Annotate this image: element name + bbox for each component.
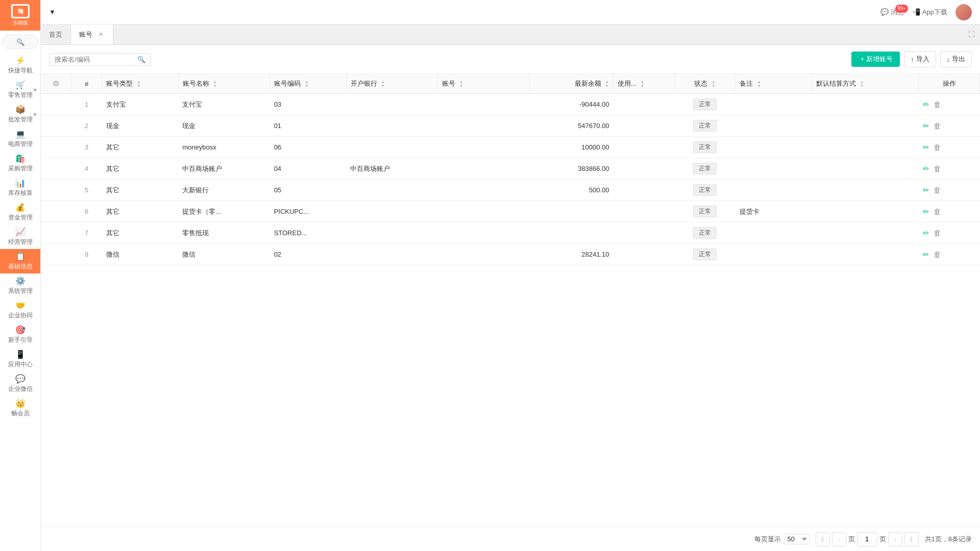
tab-home[interactable]: 首页 <box>41 24 71 44</box>
delete-button[interactable]: 🗑 <box>934 250 941 259</box>
th-code[interactable]: 账号编码 ▲▼ <box>270 74 347 94</box>
delete-button[interactable]: 🗑 <box>934 229 941 237</box>
row-code: 06 <box>270 137 347 158</box>
sidebar-item-label: 零售管理 <box>8 91 33 99</box>
table-row: 2 现金 现金 01 547670.00 正常 ✏ 🗑 <box>41 115 980 137</box>
toolbar: 🔍 + 新增账号 ↑ 导入 ↓ 导出 <box>41 45 980 74</box>
message-badge: 99+ <box>895 5 908 13</box>
sidebar-item-label: 系统管理 <box>8 287 33 295</box>
th-account[interactable]: 账号 ▲▼ <box>438 74 529 94</box>
row-usage <box>614 180 675 201</box>
sidebar-item-operation[interactable]: 📈 经营管理 <box>0 224 41 249</box>
sort-icon: ▲▼ <box>305 80 309 88</box>
sidebar-item-inventory[interactable]: 📊 库存核算 <box>0 176 41 200</box>
avatar[interactable] <box>955 4 972 20</box>
delete-button[interactable]: 🗑 <box>934 121 941 130</box>
sidebar-item-shortcut[interactable]: ⚡ 快捷导航 <box>0 53 41 78</box>
row-account <box>438 222 529 244</box>
row-status: 正常 <box>674 94 736 115</box>
header-dropdown[interactable]: ▼ <box>49 8 56 16</box>
row-code: STORED... <box>270 222 347 244</box>
next-page-button[interactable]: › <box>888 532 902 546</box>
row-usage <box>614 137 675 158</box>
th-action: 操作 <box>919 74 980 94</box>
last-page-button[interactable]: ⟫ <box>904 532 919 546</box>
row-code: 02 <box>270 244 347 265</box>
membership-icon: 👑 <box>15 398 26 408</box>
message-button[interactable]: 💬 消息 99+ <box>880 8 904 17</box>
page-size-select[interactable]: 50 10 20 100 <box>784 534 810 544</box>
search-icon: 🔍 <box>16 38 24 46</box>
table-header-row: ⚙ # 账号类型 ▲▼ 账号名称 ▲▼ 账号编码 ▲ <box>41 74 980 94</box>
th-remark[interactable]: 备注 ▲▼ <box>736 74 812 94</box>
prev-page-button[interactable]: ‹ <box>832 532 846 546</box>
row-usage <box>614 94 675 115</box>
toolbar-left: 🔍 <box>49 53 151 66</box>
edit-button[interactable]: ✏ <box>923 143 929 152</box>
sidebar-search[interactable]: 🔍 <box>2 35 39 49</box>
sidebar-item-corp-wechat[interactable]: 💬 企业微信 <box>0 371 41 396</box>
th-default-settle[interactable]: 默认结算方式 ▲▼ <box>812 74 918 94</box>
app-download-button[interactable]: 📲 App下载 <box>912 8 947 17</box>
row-account <box>438 180 529 201</box>
search-wrap[interactable]: 🔍 <box>49 53 151 66</box>
export-button[interactable]: ↓ 导出 <box>940 51 972 67</box>
sidebar-item-newbie[interactable]: 🎯 新手引导 <box>0 322 41 347</box>
th-code-label: 账号编码 <box>274 80 301 87</box>
sidebar-item-ecommerce[interactable]: 💻 电商管理 <box>0 127 41 151</box>
edit-button[interactable]: ✏ <box>923 100 929 109</box>
row-name: 现金 <box>178 115 270 137</box>
tab-account[interactable]: 账号 ✕ <box>71 24 113 44</box>
delete-button[interactable]: 🗑 <box>934 207 941 216</box>
tab-close-button[interactable]: ✕ <box>96 31 105 39</box>
row-status: 正常 <box>674 244 736 265</box>
row-account <box>438 94 529 115</box>
th-status[interactable]: 状态 ▲▼ <box>674 74 736 94</box>
app-center-icon: 📱 <box>15 349 26 359</box>
row-settings <box>41 244 71 265</box>
sidebar-item-app-center[interactable]: 📱 应用中心 <box>0 347 41 371</box>
th-usage[interactable]: 使用... ▲▼ <box>614 74 675 94</box>
sidebar-item-basic[interactable]: 📋 基础信息 <box>0 249 41 273</box>
settings-icon[interactable]: ⚙ <box>45 79 67 88</box>
delete-button[interactable]: 🗑 <box>934 164 941 173</box>
th-usage-label: 使用... <box>618 80 636 87</box>
sort-icon: ▲▼ <box>137 80 141 88</box>
delete-button[interactable]: 🗑 <box>934 186 941 194</box>
sidebar-item-membership[interactable]: 👑 畅会员 <box>0 396 41 420</box>
sidebar-item-wholesale[interactable]: 📦 批发管理 ▼ <box>0 102 41 127</box>
sort-icon: ▲▼ <box>381 80 385 88</box>
th-settings[interactable]: ⚙ <box>41 74 71 94</box>
th-type[interactable]: 账号类型 ▲▼ <box>102 74 179 94</box>
sidebar-item-finance[interactable]: 💰 资金管理 <box>0 200 41 224</box>
th-name[interactable]: 账号名称 ▲▼ <box>178 74 270 94</box>
th-balance[interactable]: 最新余额 ▲▼ <box>529 74 614 94</box>
sidebar-item-system[interactable]: ⚙️ 系统管理 <box>0 273 41 298</box>
sidebar-item-label: 应用中心 <box>8 360 33 369</box>
add-account-button[interactable]: + 新增账号 <box>851 52 900 67</box>
tab-maximize-button[interactable]: ⛶ <box>963 24 980 44</box>
edit-button[interactable]: ✏ <box>923 186 929 195</box>
sidebar-item-label: 企业微信 <box>8 385 33 393</box>
delete-button[interactable]: 🗑 <box>934 143 941 152</box>
search-input[interactable] <box>55 56 134 63</box>
sidebar-item-purchase[interactable]: 🛍️ 采购管理 <box>0 151 41 176</box>
header-right: 💬 消息 99+ 📲 App下载 <box>880 4 972 20</box>
first-page-button[interactable]: ⟪ <box>816 532 830 546</box>
edit-button[interactable]: ✏ <box>923 164 929 173</box>
edit-button[interactable]: ✏ <box>923 229 929 238</box>
delete-button[interactable]: 🗑 <box>934 100 941 109</box>
import-button[interactable]: ↑ 导入 <box>904 51 936 67</box>
th-default-settle-label: 默认结算方式 <box>816 80 856 87</box>
edit-button[interactable]: ✏ <box>923 250 929 259</box>
page-number-input[interactable] <box>857 532 877 546</box>
newbie-icon: 🎯 <box>15 325 26 335</box>
th-bank[interactable]: 开户银行 ▲▼ <box>346 74 437 94</box>
sidebar-item-corp-agreement[interactable]: 🤝 企业协同 <box>0 298 41 322</box>
row-status: 正常 <box>674 180 736 201</box>
sidebar-item-retail[interactable]: 🛒 零售管理 ▼ <box>0 78 41 102</box>
page-label-2: 页 <box>879 535 886 544</box>
row-usage <box>614 222 675 244</box>
edit-button[interactable]: ✏ <box>923 207 929 216</box>
edit-button[interactable]: ✏ <box>923 121 929 131</box>
